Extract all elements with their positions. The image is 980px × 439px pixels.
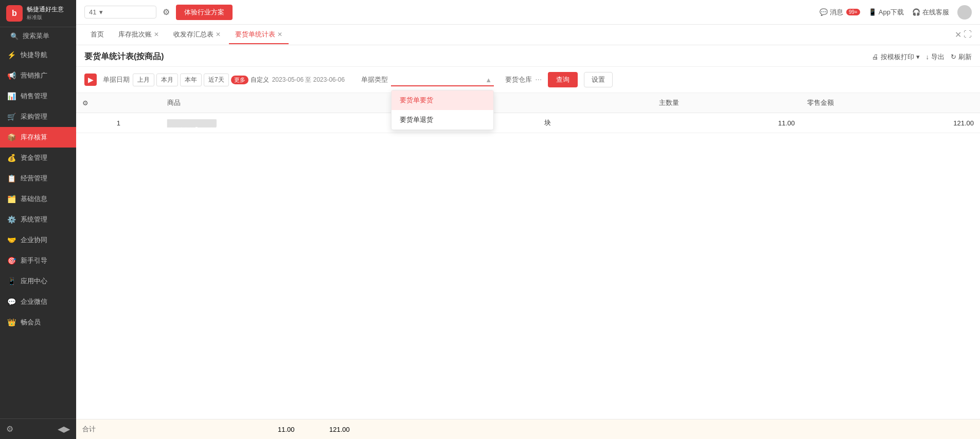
current-year-btn[interactable]: 本年 (180, 74, 202, 86)
sidebar-logo: b 畅捷通好生意 标准版 (0, 0, 76, 27)
prev-month-btn[interactable]: 上月 (133, 74, 154, 86)
page-actions: 🖨 按模板打印 ▾ ↓ 导出 ↻ 刷新 (872, 52, 972, 62)
industry-btn[interactable]: 体验行业方案 (176, 5, 233, 20)
th-0: ⚙ (76, 93, 161, 113)
custom-date-btn[interactable]: 自定义 (251, 76, 269, 84)
recent-7days-btn[interactable]: 近7天 (204, 74, 229, 86)
tab-label: 库存批次账 (118, 30, 152, 39)
sidebar-item-appstore[interactable]: 📱 应用中心 (0, 271, 76, 291)
dropdown-option-要货单要货[interactable]: 要货单要货 (391, 90, 493, 110)
sidebar-item-finance[interactable]: 💰 资金管理 (0, 148, 76, 168)
tabs-actions: ✕ ⛶ (955, 30, 972, 40)
warehouse-filter-group: 要货仓库 ··· (505, 75, 542, 84)
tab-close-icon[interactable]: ✕ (216, 31, 221, 38)
nav-label-operation: 经营管理 (21, 174, 47, 183)
topbar-gear-icon[interactable]: ⚙ (163, 7, 170, 17)
dropdown-option-要货单退货[interactable]: 要货单退货 (391, 110, 493, 130)
sidebar-item-operation[interactable]: 📋 经营管理 (0, 168, 76, 189)
type-filter-label: 单据类型 (361, 75, 388, 84)
content-area: 要货单统计表(按商品) 🖨 按模板打印 ▾ ↓ 导出 ↻ 刷新 (76, 45, 980, 439)
nav-icon-inventory: 📦 (6, 132, 16, 142)
sidebar-item-sales[interactable]: 📊 销售管理 (0, 86, 76, 106)
date-filter-group: 单据日期 上月 本月 本年 近7天 更多 自定义 2023-05-06 至 20… (103, 74, 345, 86)
nav-icon-weixin: 💬 (6, 297, 16, 307)
maximize-btn[interactable]: ⛶ (964, 30, 972, 40)
app-download-btn[interactable]: 📱 App下载 (868, 8, 904, 17)
warehouse-more-btn[interactable]: ··· (535, 75, 542, 84)
sidebar-item-basic[interactable]: 🗂️ 基础信息 (0, 189, 76, 209)
nav-icon-basic: 🗂️ (6, 194, 16, 204)
sidebar-search-menu[interactable]: 🔍 搜索菜单 (0, 27, 76, 45)
sidebar-item-inventory[interactable]: 📦 库存核算 (0, 127, 76, 148)
date-filter-btns: 上月 本月 本年 近7天 更多 自定义 (133, 74, 269, 86)
nav-label-vip: 畅会员 (21, 318, 41, 327)
sidebar-item-quick-nav[interactable]: ⚡ 快捷导航 (0, 45, 76, 65)
type-input-wrapper: ▲ (391, 74, 494, 86)
current-month-btn[interactable]: 本月 (156, 74, 178, 86)
set-btn[interactable]: 设置 (584, 72, 613, 87)
online-service-label: 在线客服 (922, 8, 949, 17)
footer-label: 合计 (82, 425, 175, 434)
sidebar-item-system[interactable]: ⚙️ 系统管理 (0, 209, 76, 230)
nav-label-inventory: 库存核算 (21, 133, 47, 142)
tab-label: 首页 (91, 30, 104, 39)
message-btn[interactable]: 💬 消息 99+ (819, 8, 860, 17)
td-no: 1 (76, 113, 161, 133)
filter-expand-btn[interactable]: ▶ (84, 74, 97, 86)
nav-label-appstore: 应用中心 (21, 277, 47, 286)
nav-label-system: 系统管理 (21, 215, 47, 224)
user-avatar[interactable] (957, 5, 972, 20)
date-filter-label: 单据日期 (103, 75, 130, 84)
print-chevron-icon: ▾ (916, 53, 920, 61)
topbar-right: 💬 消息 99+ 📱 App下载 🎧 在线客服 (819, 5, 972, 20)
export-btn[interactable]: ↓ 导出 (926, 52, 945, 62)
tab-首页[interactable]: 首页 (84, 26, 110, 44)
page-title: 要货单统计表(按商品) (84, 51, 164, 62)
print-icon: 🖨 (872, 53, 879, 61)
table-container: ⚙商品主计量单位主数量零售金额 1 ██████ ████ 块 11.00 12… (76, 93, 980, 419)
print-label: 按模板打印 (881, 52, 914, 62)
message-badge: 99+ (846, 9, 860, 15)
tab-close-icon[interactable]: ✕ (277, 31, 282, 38)
tab-label: 收发存汇总表 (173, 30, 213, 39)
refresh-btn[interactable]: ↻ 刷新 (951, 52, 972, 62)
export-icon: ↓ (926, 53, 930, 61)
footer-retail-amount: 121.00 (329, 426, 381, 433)
sidebar-item-vip[interactable]: 👑 畅会员 (0, 312, 76, 333)
table-footer: 合计 11.00 121.00 (76, 419, 980, 439)
sidebar-bottom: ⚙ ◀▶ (0, 418, 76, 439)
th-4: 零售金额 (801, 93, 980, 113)
th-settings-icon[interactable]: ⚙ (82, 99, 88, 107)
sidebar-item-purchase[interactable]: 🛒 采购管理 (0, 106, 76, 127)
tab-收发存汇总表[interactable]: 收发存汇总表 ✕ (167, 26, 227, 44)
settings-icon[interactable]: ⚙ (6, 424, 13, 434)
sidebar-item-enterprise[interactable]: 🤝 企业协同 (0, 230, 76, 250)
nav-label-guide: 新手引导 (21, 256, 47, 265)
type-dropdown-arrow[interactable]: ▲ (485, 76, 492, 84)
collapse-icon[interactable]: ◀▶ (58, 424, 70, 434)
online-service-btn[interactable]: 🎧 在线客服 (912, 8, 949, 17)
tab-close-icon[interactable]: ✕ (154, 31, 159, 38)
nav-label-weixin: 企业微信 (21, 297, 47, 306)
tab-要货单统计表[interactable]: 要货单统计表 ✕ (229, 26, 289, 44)
app-logo-icon: b (6, 5, 23, 22)
nav-icon-purchase: 🛒 (6, 112, 16, 122)
app-company: 畅捷通好生意 (27, 6, 64, 14)
company-selector[interactable]: 41 ▾ (84, 6, 156, 19)
table-header-row: ⚙商品主计量单位主数量零售金额 (76, 93, 980, 113)
table-row: 1 ██████ ████ 块 11.00 121.00 (76, 113, 980, 133)
sidebar-nav: ⚡ 快捷导航📢 营销推广📊 销售管理🛒 采购管理📦 库存核算💰 资金管理📋 经营… (0, 45, 76, 418)
more-dates-badge[interactable]: 更多 (231, 76, 248, 84)
sidebar-item-guide[interactable]: 🎯 新手引导 (0, 250, 76, 271)
tab-label: 要货单统计表 (235, 30, 275, 39)
sidebar-item-marketing[interactable]: 📢 营销推广 (0, 65, 76, 86)
type-filter-input[interactable] (391, 74, 494, 86)
nav-icon-sales: 📊 (6, 91, 16, 101)
nav-icon-system: ⚙️ (6, 214, 16, 225)
tab-库存批次账[interactable]: 库存批次账 ✕ (112, 26, 165, 44)
print-btn[interactable]: 🖨 按模板打印 ▾ (872, 52, 920, 62)
query-btn[interactable]: 查询 (548, 72, 578, 87)
app-sub-label: 标准版 (27, 14, 64, 21)
sidebar-item-weixin[interactable]: 💬 企业微信 (0, 291, 76, 312)
close-all-tabs-btn[interactable]: ✕ (955, 30, 961, 40)
